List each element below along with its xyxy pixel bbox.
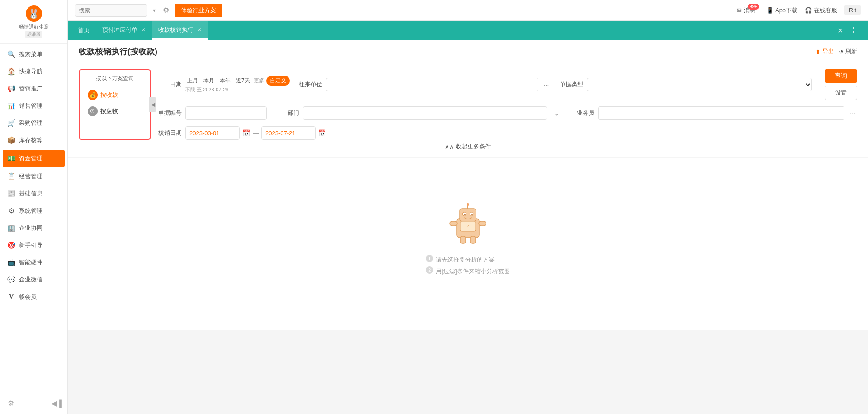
sidebar-label: 销售管理 [19,102,42,110]
app-version: 标准版 [25,31,42,38]
download-icon: 📱 [766,7,774,14]
verify-date-start-input[interactable] [185,126,240,140]
date-custom-btn[interactable]: 自定义 [266,76,290,86]
sidebar-item-finance[interactable]: 💵 资金管理 [3,150,65,167]
dept-input[interactable] [303,106,547,120]
sidebar-item-basic-info[interactable]: 📰 基础信息 [0,185,67,202]
settings-bottom-button[interactable]: ⚙ [4,396,18,410]
sidebar-item-inventory[interactable]: 📦 库存核算 [0,132,67,149]
filter-salesperson-field: 业务员 ··· [571,106,857,120]
sidebar-item-purchase[interactable]: 🛒 采购管理 [0,114,67,132]
tab-prepay-close-icon[interactable]: ✕ [141,27,146,33]
date-this-year-btn[interactable]: 本年 [218,76,232,86]
sidebar-label: 畅会员 [19,293,37,301]
verify-date-range: 📅 — 📅 [185,126,326,140]
user-menu[interactable]: Rit [844,5,861,15]
date-quick-btns: 上月 本月 本年 近7天 更多 自定义 [185,76,290,86]
filter-option-by-receipt[interactable]: 💰 按收款 [83,87,146,103]
sidebar-item-search-menu[interactable]: 🔍 搜索菜单 [0,46,67,63]
filter-row-3: 核销日期 📅 — 📅 [158,126,857,140]
customer-service-button[interactable]: 🎧 在线客服 [805,6,837,14]
svg-point-7 [467,203,469,206]
page-header-actions: ⬆ 导出 ↺ 刷新 [816,48,857,56]
basic-info-icon: 📰 [7,190,15,198]
filter-option-by-receivable[interactable]: ⏱ 按应收 [83,103,146,119]
salesperson-input[interactable] [598,106,844,120]
query-button[interactable]: 查询 [825,69,857,83]
message-button[interactable]: ✉ 消息 99+ [737,6,755,14]
tab-prepay[interactable]: 预付冲应付单 ✕ [96,21,152,40]
salesperson-picker-icon[interactable]: ··· [848,109,857,117]
bill-no-input[interactable] [185,106,267,120]
dept-dropdown-icon[interactable]: ⌄ [552,108,562,118]
filter-bill-no-field: 单据编号 [158,106,267,120]
sidebar-item-marketing[interactable]: 📢 营销推广 [0,80,67,97]
empty-tips: 1 请先选择要分析的方案 2 用[过滤]条件来缩小分析范围 [426,254,509,277]
sidebar-item-operations[interactable]: 📋 经营管理 [0,168,67,185]
sidebar-item-quick-nav[interactable]: 🏠 快捷导航 [0,63,67,80]
svg-point-5 [471,214,473,215]
date-last-month-btn[interactable]: 上月 [185,76,200,86]
verify-date-end-calendar-icon[interactable]: 📅 [318,129,326,137]
collapse-sidebar-button[interactable]: ◀▐ [49,396,64,410]
receipt-icon: 💰 [88,90,98,100]
refresh-button[interactable]: ↺ 刷新 [839,48,857,56]
filter-form: 日期 上月 本月 本年 近7天 更多 自定义 不限 至 [158,69,857,140]
gear-icon[interactable]: ⚙ [163,6,169,14]
message-icon: ✉ [737,7,742,14]
search-input[interactable] [75,4,147,17]
export-icon: ⬆ [816,48,821,55]
guide-icon: 🎯 [7,241,15,249]
sidebar-label: 智能硬件 [19,258,42,266]
export-button[interactable]: ⬆ 导出 [816,48,834,56]
verify-date-end-input[interactable] [261,126,316,140]
fullscreen-button[interactable]: ⛶ [850,24,863,37]
counterparty-input[interactable] [326,78,538,91]
system-icon: ⚙ [7,207,15,215]
sidebar-item-wechat[interactable]: 💬 企业微信 [0,271,67,288]
wechat-icon: 💬 [7,276,15,284]
empty-illustration: ? [445,201,491,247]
tab-home[interactable]: 首页 [71,21,96,40]
filter-plan-title: 按以下方案查询 [83,75,146,82]
bill-type-select[interactable] [587,78,812,91]
search-icon: 🔍 [7,50,15,58]
sidebar-item-sales[interactable]: 📊 销售管理 [0,97,67,114]
counterparty-picker-icon[interactable]: ··· [542,81,551,88]
tab-receipt-verify[interactable]: 收款核销执行 ✕ [152,21,208,40]
date-more-btn[interactable]: 更多 [254,77,264,85]
collapse-bar: ∧∧ 收起更多条件 [68,140,868,157]
svg-rect-10 [460,236,466,243]
date-7days-btn[interactable]: 近7天 [234,76,252,86]
topbar-search [75,4,147,17]
enterprise-icon: 🏢 [7,224,15,232]
sidebar-label: 企业微信 [19,276,42,284]
filter-date-field: 日期 上月 本月 本年 近7天 更多 自定义 不限 至 [158,76,290,93]
app-download-button[interactable]: 📱 App下载 [766,6,797,14]
solution-button[interactable]: 休验行业方案 [175,4,222,17]
date-this-month-btn[interactable]: 本月 [202,76,216,86]
verify-date-start-calendar-icon[interactable]: 📅 [242,129,250,137]
sidebar-item-smart-hw[interactable]: 📺 智能硬件 [0,254,67,271]
sidebar-item-vip[interactable]: V 畅会员 [0,288,67,305]
tab-receipt-verify-close-icon[interactable]: ✕ [197,27,202,33]
collapse-more-button[interactable]: ∧∧ 收起更多条件 [445,143,491,151]
logo-icon: 🐰 [26,5,42,22]
filter-bill-type-field: 单据类型 [560,78,812,91]
search-chevron-icon[interactable]: ▾ [153,7,156,14]
sidebar-item-enterprise[interactable]: 🏢 企业协同 [0,219,67,237]
sidebar-label: 新手引导 [19,241,42,249]
sidebar-item-guide[interactable]: 🎯 新手引导 [0,237,67,254]
filter-plan-panel: 按以下方案查询 💰 按收款 ⏱ 按应收 ◀ [79,69,151,140]
filter-row-1: 日期 上月 本月 本年 近7天 更多 自定义 不限 至 [158,69,857,100]
sidebar-item-system[interactable]: ⚙ 系统管理 [0,202,67,219]
page-header: 收款核销执行(按收款) ⬆ 导出 ↺ 刷新 [68,40,868,62]
svg-rect-11 [470,236,476,243]
sidebar-label: 资金管理 [19,154,42,162]
marketing-icon: 📢 [7,85,15,93]
filter-dept-field: 部门 ⌄ [276,106,562,120]
close-tab-button[interactable]: ✕ [834,24,846,37]
collapse-plan-panel-button[interactable]: ◀ [149,97,156,112]
settings-button[interactable]: 设置 [825,86,857,100]
sidebar-label: 采购管理 [19,119,42,127]
